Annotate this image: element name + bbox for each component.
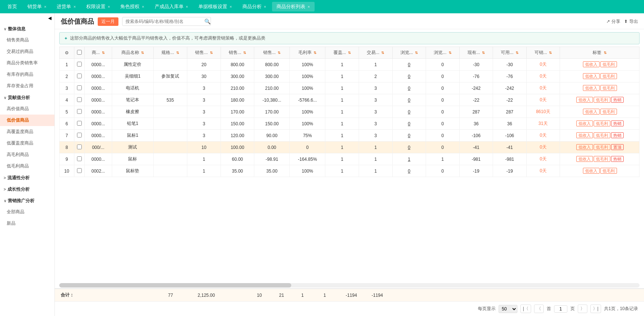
row-stock2: -76 (493, 71, 527, 82)
select-all-checkbox[interactable] (77, 50, 82, 55)
row-sales3: 0.00 (254, 142, 290, 153)
row-checkbox-cell[interactable] (74, 130, 84, 142)
horizontal-scrollbar[interactable] (59, 283, 640, 288)
sales2-col-header[interactable]: 销售... ⇅ (221, 47, 254, 59)
stock2-col-header[interactable]: 可用... ⇅ (493, 47, 527, 59)
search-icon[interactable]: 🔍 (204, 18, 211, 24)
row-checkbox[interactable] (77, 168, 82, 173)
tag-低收入: 低收入 (576, 132, 593, 138)
coverage-col-header[interactable]: 覆盖... ⇅ (325, 47, 359, 59)
prev-page-btn[interactable]: 〈 (534, 305, 544, 313)
stock3-col-header[interactable]: 可销... ⇅ (526, 47, 560, 59)
row-checkbox[interactable] (77, 133, 82, 137)
settings-col-header[interactable]: ⚙ (60, 47, 74, 59)
sidebar-item-销售类商品[interactable]: 销售类商品 (0, 34, 54, 46)
share-button[interactable]: ↗ 分享 (606, 18, 620, 25)
nav-item-产成品入库单[interactable]: 产成品入库单× (150, 2, 192, 11)
views2-col-header[interactable]: 浏览... ⇅ (426, 47, 460, 59)
per-page-select[interactable]: 50 100 (499, 305, 517, 313)
row-checkbox[interactable] (77, 156, 82, 161)
filter-button[interactable]: 近一月 (98, 17, 118, 26)
sidebar-group-流通性分析[interactable]: >流通性分析 (0, 172, 54, 183)
views1-col-header[interactable]: 浏览... ⇅ (392, 47, 426, 59)
row-views2: 1 (426, 153, 460, 165)
row-checkbox-cell[interactable] (74, 142, 84, 153)
row-views1: 0 (392, 71, 426, 82)
nav-item-销货单[interactable]: 销货单× (23, 2, 51, 11)
row-checkbox-cell[interactable] (74, 153, 84, 165)
row-tags: 低收入低毛利置顶 (560, 142, 640, 153)
row-checkbox[interactable] (77, 85, 82, 90)
sidebar-item-高毛利商品[interactable]: 高毛利商品 (0, 149, 54, 160)
gross-margin-col-header[interactable]: 毛利率 ⇅ (289, 47, 325, 59)
next-page-btn[interactable]: 〉 (578, 305, 587, 313)
close-icon[interactable]: × (264, 4, 266, 9)
sidebar-item-低毛利商品[interactable]: 低毛利商品 (0, 160, 54, 172)
nav-item-进货单[interactable]: 进货单× (52, 2, 80, 11)
row-checkbox[interactable] (77, 74, 82, 78)
row-checkbox[interactable] (77, 121, 82, 126)
row-views2: 0 (426, 130, 460, 142)
checkbox-col-header[interactable] (74, 47, 84, 59)
sidebar-group-营销推广分析[interactable]: ∨营销推广分析 (0, 195, 54, 206)
close-icon[interactable]: × (44, 4, 46, 9)
row-tags: 低收入低毛利热销 (560, 94, 640, 106)
sidebar-item-高覆盖度商品[interactable]: 高覆盖度商品 (0, 126, 54, 137)
table-row: 8 000/... 测试 10 100.00 0.00 0 1 1 0 0 -4… (60, 142, 640, 153)
nav-item-权限设置[interactable]: 权限设置× (82, 2, 114, 11)
sidebar-item-低价值商品[interactable]: 低价值商品 (0, 115, 54, 126)
close-icon[interactable]: × (108, 4, 110, 9)
search-input[interactable] (122, 17, 211, 26)
close-icon[interactable]: × (142, 4, 144, 9)
close-icon[interactable]: × (186, 4, 188, 9)
tag-低毛利: 低毛利 (594, 156, 610, 162)
nav-item-商品分析[interactable]: 商品分析× (238, 2, 271, 11)
sidebar-item-交易过的商品[interactable]: 交易过的商品 (0, 46, 54, 57)
sidebar-item-新品[interactable]: 新品 (0, 218, 54, 229)
sidebar-collapse-btn[interactable]: ◀ (0, 13, 54, 23)
sales3-col-header[interactable]: 销售... ⇅ (254, 47, 290, 59)
row-checkbox-cell[interactable] (74, 106, 84, 118)
name-col-header[interactable]: 商品名称 ⇅ (112, 47, 154, 59)
sidebar-item-有库存的商品[interactable]: 有库存的商品 (0, 69, 54, 80)
sales1-col-header[interactable]: 销售... ⇅ (187, 47, 221, 59)
close-icon[interactable]: × (308, 4, 310, 9)
spec-col-header[interactable]: 规格... ⇅ (153, 47, 187, 59)
row-checkbox-cell[interactable] (74, 71, 84, 82)
sidebar-item-商品分类销售率[interactable]: 商品分类销售率 (0, 57, 54, 69)
sidebar-item-库存资金占用[interactable]: 库存资金占用 (0, 80, 54, 92)
sidebar-item-高价值商品[interactable]: 高价值商品 (0, 103, 54, 115)
nav-item-商品分析列表[interactable]: 商品分析列表× (272, 2, 314, 11)
row-sales3: -98.91 (254, 153, 290, 165)
export-button[interactable]: ⬆ 导出 (624, 18, 638, 25)
sidebar-group-成长性分析[interactable]: >成长性分析 (0, 183, 54, 195)
first-page-btn[interactable]: |〈 (520, 305, 531, 313)
close-icon[interactable]: × (229, 4, 232, 9)
last-page-btn[interactable]: 〉| (590, 305, 601, 313)
sidebar-group-贡献值分析[interactable]: ∨贡献值分析 (0, 92, 54, 103)
row-checkbox-cell[interactable] (74, 82, 84, 94)
row-checkbox[interactable] (77, 109, 82, 114)
current-page-input[interactable] (554, 305, 567, 313)
code-col-header[interactable]: 商... ⇅ (84, 47, 112, 59)
sidebar-item-全部商品[interactable]: 全部商品 (0, 206, 54, 218)
sidebar-group-整体信息[interactable]: ∨整体信息 (0, 23, 54, 34)
row-checkbox-cell[interactable] (74, 59, 84, 71)
nav-item-角色授权[interactable]: 角色授权× (116, 2, 148, 11)
nav-item-首页[interactable]: 首页 (3, 2, 21, 11)
row-views1: 0 (392, 106, 426, 118)
row-checkbox[interactable] (77, 97, 82, 102)
stock1-col-header[interactable]: 现有... ⇅ (459, 47, 493, 59)
row-checkbox-cell[interactable] (74, 165, 84, 177)
sidebar-item-低覆盖度商品[interactable]: 低覆盖度商品 (0, 137, 54, 149)
row-spec (153, 130, 187, 142)
trade-col-header[interactable]: 交易... ⇅ (359, 47, 393, 59)
tags-col-header[interactable]: 标签 ⇅ (560, 47, 640, 59)
row-checkbox[interactable] (77, 145, 82, 149)
row-checkbox-cell[interactable] (74, 94, 84, 106)
nav-item-单据模板设置[interactable]: 单据模板设置× (194, 2, 236, 11)
row-checkbox[interactable] (77, 62, 82, 67)
row-checkbox-cell[interactable] (74, 118, 84, 130)
close-icon[interactable]: × (73, 4, 76, 9)
scrollbar-thumb[interactable] (59, 283, 291, 288)
